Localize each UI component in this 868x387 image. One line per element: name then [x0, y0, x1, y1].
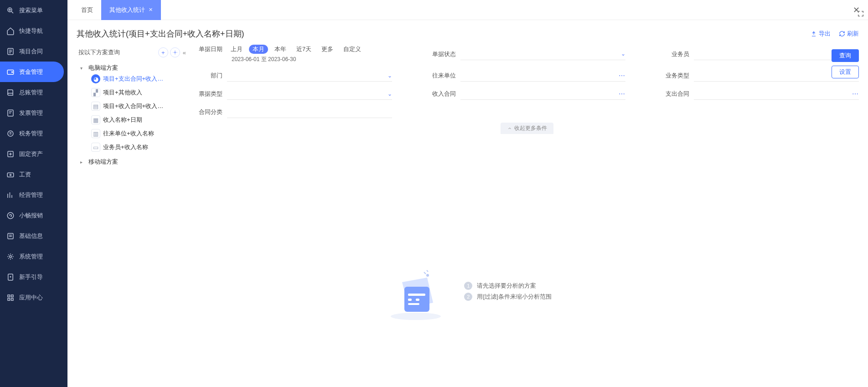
date-chips: 上月 本月 本年 近7天 更多 自定义: [227, 45, 365, 54]
gear-icon: [6, 253, 15, 261]
expend-contract-picker[interactable]: ⋯: [694, 88, 859, 100]
category-input[interactable]: [227, 106, 392, 118]
scheme-item-1[interactable]: ▞项目+其他收入: [88, 86, 186, 99]
sidebar: 搜索菜单 快捷导航 项目合同 资金管理 总账管理 发票管理 税务管理 固定资产 …: [0, 0, 67, 387]
list-icon: ▭: [91, 143, 100, 152]
chevron-down-icon: ⌄: [388, 72, 392, 79]
more-icon: ⋯: [619, 90, 625, 98]
svg-point-3: [12, 71, 13, 72]
tab-home[interactable]: 首页: [73, 0, 101, 20]
scheme-item-label: 收入名称+日期: [103, 116, 142, 124]
date-chip-7days[interactable]: 近7天: [293, 45, 315, 54]
close-icon[interactable]: ✕: [149, 7, 153, 13]
scheme-item-4[interactable]: ▥往来单位+收入名称: [88, 127, 186, 140]
date-range-text: 2023-06-01 至 2023-06-30: [195, 56, 392, 63]
sidebar-item-label: 资金管理: [19, 68, 43, 76]
svg-rect-22: [408, 299, 412, 301]
asset-icon: [6, 150, 15, 158]
sidebar-item-label: 快捷导航: [19, 27, 43, 35]
dept-select[interactable]: ⌄: [227, 70, 392, 82]
filter-label-status: 单据状态: [429, 50, 460, 58]
svg-point-25: [426, 274, 429, 277]
guide-icon: [6, 273, 15, 281]
caret-down-icon[interactable]: ▾: [80, 66, 85, 71]
tab-other-income-stats[interactable]: 其他收入统计✕: [101, 0, 161, 20]
wallet-icon: [6, 68, 15, 76]
fullscreen-button[interactable]: [855, 8, 866, 19]
svg-rect-23: [416, 299, 419, 301]
fullscreen-icon: [857, 10, 864, 17]
chevron-down-icon: ⌄: [388, 91, 392, 97]
status-select[interactable]: ⌄: [460, 48, 625, 60]
date-chip-more[interactable]: 更多: [318, 45, 337, 54]
action-buttons: 查询 设置: [832, 49, 859, 78]
add-scheme-button[interactable]: +: [158, 47, 168, 57]
sidebar-item-label: 总账管理: [19, 88, 43, 97]
info-icon: [6, 232, 15, 240]
tree-group-mobile[interactable]: 移动端方案: [88, 158, 118, 165]
collapse-filters-button[interactable]: 收起更多条件: [501, 123, 553, 134]
clock-icon: ◕: [91, 74, 100, 83]
scheme-panel-title: 按以下方案查询: [78, 48, 120, 57]
sidebar-item-operation[interactable]: 经营管理: [0, 185, 67, 205]
sidebar-item-tax[interactable]: 税务管理: [0, 123, 67, 144]
income-contract-picker[interactable]: ⋯: [460, 88, 625, 100]
sidebar-item-contract[interactable]: 项目合同: [0, 41, 67, 62]
filter-label-biztype: 业务类型: [662, 72, 694, 80]
sidebar-item-system[interactable]: 系统管理: [0, 246, 67, 267]
sidebar-item-label: 项目合同: [19, 47, 43, 56]
sidebar-item-label: 应用中心: [19, 294, 43, 302]
chart-icon: ▞: [91, 88, 100, 97]
partner-picker[interactable]: ⋯: [460, 70, 625, 82]
svg-point-18: [174, 52, 176, 53]
scheme-settings-button[interactable]: [170, 47, 180, 57]
filter-label-income-contract: 收入合同: [429, 90, 460, 98]
query-button[interactable]: 查询: [832, 49, 859, 62]
sidebar-item-label: 搜索菜单: [19, 6, 43, 15]
filter-label-salesman: 业务员: [662, 50, 694, 58]
sidebar-item-label: 发票管理: [19, 109, 43, 117]
collapse-panel-button[interactable]: «: [183, 49, 186, 56]
vouchertype-select[interactable]: ⌄: [227, 88, 392, 100]
sidebar-item-label: 固定资产: [19, 150, 43, 158]
refresh-button[interactable]: 刷新: [839, 30, 859, 38]
step-number: 1: [464, 282, 472, 290]
sidebar-item-quicknav[interactable]: 快捷导航: [0, 21, 67, 41]
sidebar-item-ledger[interactable]: 总账管理: [0, 82, 67, 103]
sidebar-item-baseinfo[interactable]: 基础信息: [0, 226, 67, 246]
settings-button[interactable]: 设置: [832, 66, 859, 78]
titlebar: 其他收入统计(项目+支出合同+收入名称+日期) 导出 刷新: [67, 20, 868, 45]
sidebar-item-appcenter[interactable]: 应用中心: [0, 287, 67, 308]
svg-point-11: [10, 255, 12, 258]
caret-right-icon[interactable]: ▸: [80, 160, 85, 165]
scheme-item-5[interactable]: ▭业务员+收入名称: [88, 140, 186, 154]
salary-icon: [6, 170, 15, 179]
sidebar-item-invoice[interactable]: 发票管理: [0, 103, 67, 123]
export-button[interactable]: 导出: [811, 30, 831, 38]
scheme-tree: ▾ 电脑端方案 ◕项目+支出合同+收入… ▞项目+其他收入 ▤项目+收入合同+收…: [77, 62, 186, 168]
refresh-icon: [839, 31, 845, 37]
empty-step-text: 用[过滤]条件来缩小分析范围: [477, 293, 551, 301]
scheme-item-3[interactable]: ▦收入名称+日期: [88, 113, 186, 127]
sidebar-item-fixed-assets[interactable]: 固定资产: [0, 144, 67, 164]
tree-group-desktop[interactable]: 电脑端方案: [88, 64, 118, 71]
date-chip-this-year[interactable]: 本年: [271, 45, 290, 54]
date-chip-last-month[interactable]: 上月: [227, 45, 246, 54]
date-chip-custom[interactable]: 自定义: [340, 45, 365, 54]
bar-icon: ▥: [91, 129, 100, 138]
sidebar-item-guide[interactable]: 新手引导: [0, 267, 67, 287]
sidebar-item-salary[interactable]: 工资: [0, 164, 67, 185]
book-icon: [6, 88, 15, 97]
chart-icon: [6, 191, 15, 199]
sidebar-item-expense[interactable]: 小畅报销: [0, 205, 67, 226]
scheme-item-0[interactable]: ◕项目+支出合同+收入…: [88, 72, 186, 86]
scheme-item-2[interactable]: ▤项目+收入合同+收入…: [88, 99, 186, 113]
expense-icon: [6, 212, 15, 220]
scheme-item-label: 项目+支出合同+收入…: [103, 75, 163, 83]
main: 首页 其他收入统计✕ ✕ 其他收入统计(项目+支出合同+收入名称+日期) 导出 …: [67, 0, 868, 387]
date-chip-this-month[interactable]: 本月: [249, 45, 268, 54]
sidebar-item-funds[interactable]: 资金管理: [0, 62, 64, 82]
sidebar-item-search[interactable]: 搜索菜单: [0, 0, 67, 21]
chevron-down-icon: ⌄: [621, 51, 625, 57]
scheme-item-label: 项目+其他收入: [103, 88, 142, 97]
